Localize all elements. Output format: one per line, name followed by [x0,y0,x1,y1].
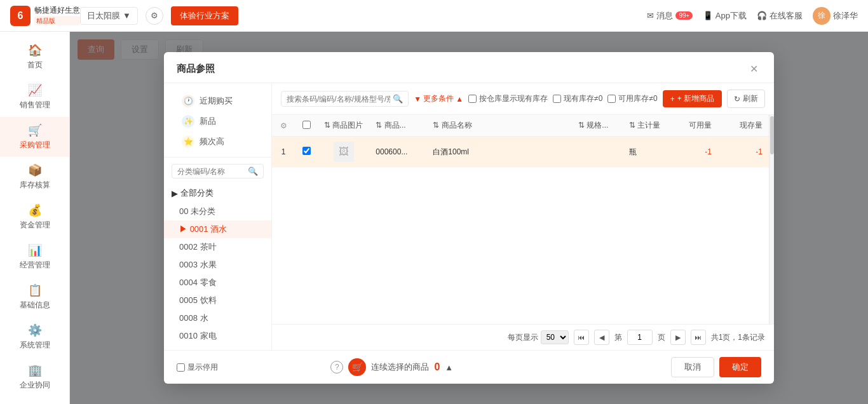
sidebar: 🏠 首页 📈 销售管理 🛒 采购管理 📦 库存核算 💰 资金管理 📊 经营管理 … [0,32,70,404]
enterprise-icon: 🏢 [28,363,42,377]
user-profile[interactable]: 徐 徐泽华 [813,7,858,25]
sort-code-icon: ⇅ [376,121,382,130]
sidebar-item-sales[interactable]: 📈 销售管理 [0,77,69,117]
scrollbar-thumb [770,116,774,154]
more-conditions-button[interactable]: ▼ 更多条件 ▲ [414,93,463,104]
row-checkbox[interactable] [302,147,311,155]
message-count-badge: 99+ [675,11,692,20]
sidebar-item-basic[interactable]: 📋 基础信息 [0,277,69,317]
chevron-up-icon: ▲ [456,95,463,104]
category-all[interactable]: ▶ 全部分类 [164,184,271,203]
category-search-box: 🔍 [172,164,264,178]
freq-icon: ⭐ [182,135,194,148]
refresh-button[interactable]: ↻ 刷新 [727,90,765,108]
row-num: 1 [272,137,295,168]
sidebar-item-operation[interactable]: 📊 经营管理 [0,237,69,277]
message-button[interactable]: ✉ 消息 99+ [647,10,692,22]
sidebar-item-purchase[interactable]: 🛒 采购管理 [0,117,69,157]
warehouse-selector[interactable]: 日太阳膜 ▼ [80,7,138,25]
category-0004[interactable]: 0004 零食 [164,274,271,292]
sidebar-item-enterprise[interactable]: 🏢 企业协同 [0,357,69,397]
online-service-button[interactable]: 🎧 在线客服 [757,10,803,22]
modal-overlay: 商品参照 ✕ ◀ 🕐 [70,32,868,404]
nav-right: ✉ 消息 99+ 📱 App下载 🎧 在线客服 徐 徐泽华 [647,7,858,25]
product-search-box: 🔍 [281,91,409,107]
sidebar-item-inventory[interactable]: 📦 库存核算 [0,157,69,197]
col-spec-header[interactable]: ⇅ 规格... [572,115,623,137]
last-page-button[interactable]: ⏭ [691,330,706,345]
sidebar-item-guide[interactable]: 🎯 新手引导 [0,397,69,404]
checkbox-stock-nonzero-input[interactable] [553,95,561,103]
logo-area: 6 畅捷通好生意 精品版 [10,6,80,26]
cancel-button[interactable]: 取消 [671,357,714,377]
quick-item-recent[interactable]: 🕐 近期购买 [172,91,264,111]
col-num-header: ⚙ [272,115,295,137]
modal-main-content: 🔍 ▼ 更多条件 ▲ 按仓库显示现有库存 [272,83,774,350]
experience-button[interactable]: 体验行业方案 [171,6,238,25]
show-disabled-checkbox[interactable] [177,363,185,372]
avatar: 徐 [813,7,831,25]
logo-icon: 6 [10,6,31,26]
category-0001[interactable]: ▶ 0001 酒水 [164,220,271,238]
next-page-button[interactable]: ▶ [670,330,686,345]
page-number-input[interactable] [627,330,653,345]
quick-item-new[interactable]: ✨ 新品 [172,111,264,131]
app-download-button[interactable]: 📱 App下载 [703,10,747,22]
mobile-icon: 📱 [703,11,713,20]
checkbox-by-warehouse-input[interactable] [468,95,477,103]
modal-close-button[interactable]: ✕ [746,61,761,76]
inventory-icon: 📦 [28,163,42,177]
checkbox-stock-nonzero[interactable]: 现有库存≠0 [553,93,602,104]
checkbox-avail-nonzero-input[interactable] [607,95,616,103]
page-total-info: 共1页，1条记录 [711,332,765,343]
table-row[interactable]: 1 🖼 [272,137,769,168]
col-code-header[interactable]: ⇅ 商品... [369,115,426,137]
checkbox-by-warehouse[interactable]: 按仓库显示现有库存 [468,93,548,104]
row-spec [572,137,623,168]
product-table-scroll[interactable]: ⚙ ⇅ 商品图片 [272,115,769,324]
first-page-button[interactable]: ⏮ [574,330,589,345]
product-image: 🖼 [334,142,354,162]
col-avail-header: 可用量 [667,115,718,137]
sidebar-item-system[interactable]: ⚙️ 系统管理 [0,317,69,357]
select-all-checkbox[interactable] [302,121,311,129]
category-0002[interactable]: 0002 茶叶 [164,238,271,256]
category-search-icon[interactable]: 🔍 [248,166,258,176]
page-size-selector: 每页显示 50 [508,330,569,344]
category-00[interactable]: 00 未分类 [164,203,271,220]
quick-item-freq[interactable]: ⭐ 频次高 [172,131,264,152]
category-0010[interactable]: 0010 家电 [164,327,271,345]
add-product-button[interactable]: + + 新增商品 [663,90,722,107]
collapse-icon[interactable]: ▲ [445,363,453,372]
show-disabled-checkbox-label[interactable]: 显示停用 [177,362,218,373]
checkbox-avail-nonzero[interactable]: 可用库存≠0 [607,93,657,104]
category-0003[interactable]: 0003 水果 [164,256,271,274]
recent-icon: 🕐 [182,95,194,107]
sidebar-item-home[interactable]: 🏠 首页 [0,37,69,77]
settings-icon[interactable]: ⚙ [146,7,163,25]
category-0005[interactable]: 0005 饮料 [164,292,271,309]
page-label: 第 [614,332,622,343]
content-area: 查询 设置 刷新 商品参照 ✕ ◀ [70,32,868,404]
product-table: ⚙ ⇅ 商品图片 [272,115,769,168]
col-unit-header[interactable]: ⇅ 主计量 [623,115,667,137]
sidebar-item-finance[interactable]: 💰 资金管理 [0,197,69,237]
product-search-icon[interactable]: 🔍 [393,94,403,104]
cart-section[interactable]: ? 🛒 连续选择的商品 0 ▲ [330,358,453,376]
purchase-icon: 🛒 [28,123,42,137]
home-icon: 🏠 [28,43,42,57]
confirm-button[interactable]: 确定 [719,357,761,377]
category-0008[interactable]: 0008 水 [164,309,271,327]
modal-body: ◀ 🕐 近期购买 ✨ 新品 [164,83,774,350]
row-stock: -1 [718,137,769,168]
product-search-input[interactable] [287,95,390,104]
basic-icon: 📋 [28,283,42,297]
refresh-icon: ↻ [734,95,740,104]
operation-icon: 📊 [28,243,42,257]
sort-spec-icon: ⇅ [578,121,585,130]
vertical-scrollbar[interactable] [769,115,774,324]
prev-page-button[interactable]: ◀ [594,330,609,345]
category-search-input[interactable] [177,167,245,176]
page-size-select[interactable]: 50 [541,330,569,344]
col-name-header[interactable]: ⇅ 商品名称 [426,115,572,137]
